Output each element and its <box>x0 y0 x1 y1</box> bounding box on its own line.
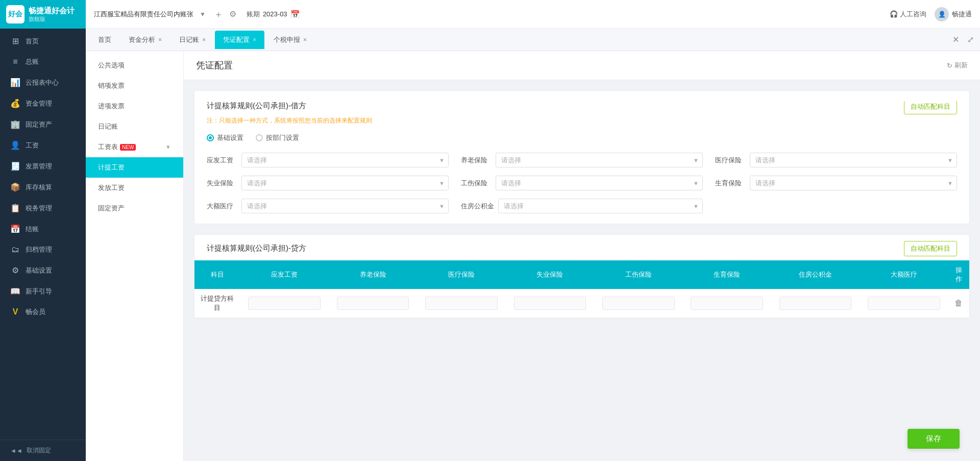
sidebar-item-home[interactable]: ⊞ 首页 <box>0 31 86 52</box>
delete-row-button[interactable]: 🗑 <box>954 299 963 308</box>
sidebar-item-label: 首页 <box>26 37 39 46</box>
row-label: 计提贷方科目 <box>194 289 240 318</box>
page-sidebar-item-public[interactable]: 公共选项 <box>86 55 183 76</box>
cell-yanglao <box>329 289 417 318</box>
page-sidebar-item-payroll-table-label: 工资表 <box>98 142 118 152</box>
page-sidebar-item-fixed-assets[interactable]: 固定资产 <box>86 198 183 219</box>
sidebar-item-invoices[interactable]: 🧾 发票管理 <box>0 156 86 177</box>
field-shengyu-select[interactable]: 请选择 <box>750 176 957 190</box>
sidebar-item-vip[interactable]: V 畅会员 <box>0 302 86 322</box>
debit-form-grid: 应发工资 请选择 ▼ 养老保险 <box>207 153 957 213</box>
tab-voucher-config-close[interactable]: × <box>253 36 256 43</box>
page-sidebar-item-sales-invoice[interactable]: 销项发票 <box>86 76 183 96</box>
field-daej-yiliao-label: 大额医疗 <box>207 202 237 211</box>
debit-auto-match-button[interactable]: 自动匹配科目 <box>904 101 957 114</box>
field-zhufang-label: 住房公积金 <box>461 202 494 211</box>
sidebar-item-salary[interactable]: 👤 工资 <box>0 135 86 156</box>
sidebar-item-reports[interactable]: 📊 云报表中心 <box>0 72 86 93</box>
period-section: 账期 2023-03 📅 <box>247 10 300 19</box>
sidebar-item-guide[interactable]: 📖 新手引导 <box>0 281 86 302</box>
company-name: 江西服宝精品有限责任公司内账张 <box>94 10 193 19</box>
sidebar-item-funds[interactable]: 💰 资金管理 <box>0 93 86 114</box>
settlement-icon: 📅 <box>10 224 20 234</box>
refresh-label: 刷新 <box>954 61 968 70</box>
field-yifa-label: 应发工资 <box>207 156 237 165</box>
page-sidebar-item-journal[interactable]: 日记账 <box>86 116 183 137</box>
settings-gear-icon[interactable]: ⚙ <box>229 9 236 19</box>
credit-auto-match-button[interactable]: 自动匹配科目 <box>904 241 957 256</box>
tab-journal[interactable]: 日记账 × <box>171 31 214 49</box>
cell-zhufang <box>771 289 860 318</box>
field-zhufang-select[interactable]: 请选择 <box>498 199 703 213</box>
field-yanglao-select[interactable]: 请选择 <box>496 153 703 167</box>
input-gongshang[interactable] <box>602 297 675 310</box>
field-shiye-select[interactable]: 请选择 <box>241 176 449 190</box>
radio-dept-settings[interactable]: 按部门设置 <box>256 133 299 142</box>
main-panel: 凭证配置 ↻ 刷新 自动匹配科目 计提核算规则(公司承担)-借方 注：只能选择一… <box>184 51 980 461</box>
col-gongshang-bx: 工伤保险 <box>594 260 682 289</box>
input-yifa[interactable] <box>248 297 321 310</box>
input-shengyu[interactable] <box>691 297 763 310</box>
page-sidebar-item-accrual[interactable]: 计提工资 <box>86 157 183 178</box>
add-company-button[interactable]: ＋ <box>214 8 223 20</box>
col-shengyu-bx: 生育保险 <box>682 260 771 289</box>
sidebar-item-assets[interactable]: 🏢 固定资产 <box>0 114 86 135</box>
sidebar-item-settings[interactable]: ⚙ 基础设置 <box>0 260 86 281</box>
close-all-tabs-button[interactable]: ✕ <box>950 33 961 46</box>
refresh-button[interactable]: ↻ 刷新 <box>947 61 968 70</box>
cell-daej <box>860 289 948 318</box>
debit-section-title: 计提核算规则(公司承担)-借方 <box>207 101 957 111</box>
sidebar-item-tax[interactable]: 📋 税务管理 <box>0 198 86 219</box>
field-yiliao-select[interactable]: 请选择 <box>750 153 957 167</box>
sidebar-item-label: 基础设置 <box>26 266 52 275</box>
cell-gongshang <box>594 289 682 318</box>
tab-voucher-config-label: 凭证配置 <box>223 35 250 44</box>
unpin-label: 取消固定 <box>27 446 51 455</box>
field-yifa-select[interactable]: 请选择 <box>241 153 449 167</box>
cell-yifa <box>240 289 328 318</box>
input-yiliao[interactable] <box>425 297 498 310</box>
tab-home[interactable]: 首页 <box>90 31 119 49</box>
sidebar-item-ledger[interactable]: ≡ 总账 <box>0 52 86 72</box>
cell-shengyu <box>682 289 771 318</box>
user-menu[interactable]: 👤 畅捷通 <box>935 7 972 21</box>
page-sidebar-item-pay-salary[interactable]: 发放工资 <box>86 178 183 198</box>
avatar: 👤 <box>935 7 949 21</box>
service-button[interactable]: 🎧 人工咨询 <box>890 10 926 19</box>
inventory-icon: 📦 <box>10 182 20 192</box>
sidebar-item-settlement[interactable]: 📅 结账 <box>0 219 86 239</box>
new-badge: NEW <box>120 144 136 151</box>
tab-tax-filing-close[interactable]: × <box>303 36 307 43</box>
main-area: 江西服宝精品有限责任公司内账张 ▼ ＋ ⚙ 账期 2023-03 📅 🎧 人工咨… <box>86 0 980 461</box>
page-sidebar-item-payroll-table[interactable]: 工资表 NEW ▼ <box>86 137 183 157</box>
input-yanglao[interactable] <box>337 297 409 310</box>
tab-tax-filing[interactable]: 个税申报 × <box>265 31 315 49</box>
headset-icon: 🎧 <box>890 10 898 18</box>
funds-icon: 💰 <box>10 99 20 108</box>
field-daej-yiliao-select[interactable]: 请选择 <box>241 199 449 213</box>
col-yanglao-bx: 养老保险 <box>329 260 417 289</box>
input-daej[interactable] <box>868 297 940 310</box>
input-zhufang[interactable] <box>779 297 852 310</box>
unpin-button[interactable]: ◄◄ 取消固定 <box>0 440 86 461</box>
save-button[interactable]: 保存 <box>908 429 960 449</box>
radio-basic-settings[interactable]: 基础设置 <box>207 133 243 142</box>
page-sidebar-item-purchase-invoice[interactable]: 进项发票 <box>86 96 183 116</box>
tab-voucher-config[interactable]: 凭证配置 × <box>215 31 264 49</box>
company-dropdown-icon[interactable]: ▼ <box>200 11 206 18</box>
sidebar-item-inventory[interactable]: 📦 库存核算 <box>0 177 86 198</box>
expand-button[interactable]: ⤢ <box>965 33 976 46</box>
tab-fund-analysis[interactable]: 资金分析 × <box>120 31 170 49</box>
topbar: 江西服宝精品有限责任公司内账张 ▼ ＋ ⚙ 账期 2023-03 📅 🎧 人工咨… <box>86 0 980 29</box>
calendar-icon[interactable]: 📅 <box>290 10 300 19</box>
field-zhufang-gjj: 住房公积金 请选择 ▼ <box>461 199 703 213</box>
page-title: 凭证配置 <box>196 59 233 71</box>
debit-section: 自动匹配科目 计提核算规则(公司承担)-借方 注：只能选择一种方式，系统将按照您… <box>194 90 970 224</box>
input-shiye[interactable] <box>514 297 586 310</box>
field-gongshang-select[interactable]: 请选择 <box>496 176 703 190</box>
tab-fund-analysis-close[interactable]: × <box>158 36 162 43</box>
payroll-expand-icon: ▼ <box>165 144 171 150</box>
sidebar-item-archive[interactable]: 🗂 归档管理 <box>0 239 86 260</box>
user-name: 畅捷通 <box>952 10 972 19</box>
tab-journal-close[interactable]: × <box>202 36 206 43</box>
